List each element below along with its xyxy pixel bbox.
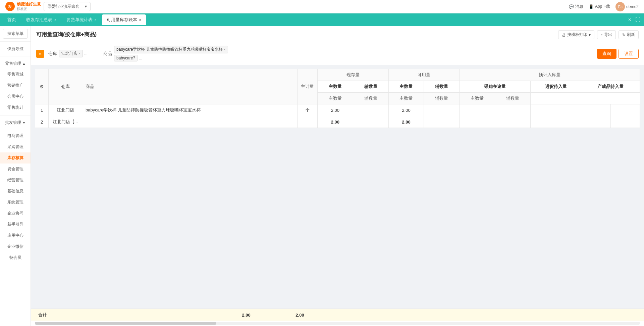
- sidebar-item-enterprise-collab[interactable]: 企业协同: [0, 208, 31, 219]
- sidebar-item-marketing[interactable]: 营销推广: [0, 80, 31, 91]
- tab-receive-summary[interactable]: 收发存汇总表 ×: [21, 14, 61, 25]
- product-filter-tags: babycare学饮杯 儿童防摔防撞吸管杯重力球吸嘴杯宝宝水杯 × babyca…: [114, 46, 241, 61]
- tab-available-close[interactable]: ×: [139, 18, 141, 22]
- top-bar-left: 好 畅捷通好生意 标准版 母婴行业演示账套 ▾: [5, 2, 91, 11]
- tab-order-stats[interactable]: 要货单统计表 ×: [62, 14, 101, 25]
- th-gear: ⚙: [35, 69, 49, 104]
- app-center-label: 应用中心: [7, 233, 23, 238]
- basic-info-label: 基础信息: [7, 188, 23, 194]
- row2-prod-aux: [610, 116, 640, 128]
- retail-section: 零售管理 ▲ 零售商城 营销推广 会员中心 零售统计: [0, 56, 31, 115]
- sidebar-item-member-vip[interactable]: 畅会员: [0, 252, 31, 263]
- th-stock-group: 现存量: [318, 69, 389, 81]
- sidebar-item-wholesale[interactable]: 批发管理 ▼: [0, 118, 31, 128]
- sidebar-item-finance[interactable]: 资金管理: [0, 164, 31, 175]
- username-label: demo2: [626, 4, 639, 9]
- industry-selector[interactable]: 母婴行业演示账套 ▾: [44, 2, 91, 11]
- product-tag-text: babycare学饮杯 儿童防摔防撞吸管杯重力球吸嘴杯宝宝水杯: [116, 47, 223, 52]
- warehouse-filter-group: 仓库 江北门店 × ...: [48, 50, 99, 57]
- total-row: 合计 2.00 2.00: [35, 312, 640, 318]
- horizontal-scrollbar[interactable]: [35, 322, 640, 325]
- sidebar-item-guide[interactable]: 新手引导: [0, 219, 31, 230]
- member-vip-label: 畅会员: [9, 255, 21, 261]
- sidebar-item-inventory[interactable]: 库存核算: [0, 152, 31, 164]
- logo-icon: 好: [5, 2, 15, 11]
- product-tag2-text: babycare?: [116, 56, 135, 60]
- tab-fullscreen[interactable]: ⛶: [635, 16, 641, 24]
- product-tag-babycare2[interactable]: babycare?: [114, 55, 138, 61]
- download-action[interactable]: 📱 App下载: [589, 4, 610, 9]
- message-icon: 💬: [569, 4, 574, 9]
- table-row: 2 江北门店【... 2.00 2.00: [35, 116, 640, 128]
- wholesale-section: 批发管理 ▼: [0, 115, 31, 130]
- warehouse-tag-close[interactable]: ×: [78, 52, 80, 55]
- industry-selector-value: 母婴行业演示账套: [47, 4, 79, 9]
- th-purchase-transit-aux: 辅数量: [353, 93, 388, 104]
- sidebar-item-system[interactable]: 系统管理: [0, 197, 31, 208]
- print-button[interactable]: 🖨 按模板打印 ▾: [558, 30, 594, 39]
- row1-available-aux: [424, 104, 460, 116]
- tab-close-all[interactable]: ×: [628, 16, 632, 24]
- sidebar-item-retail-stats[interactable]: 零售统计: [0, 102, 31, 113]
- sidebar-item-purchase[interactable]: 采购管理: [0, 141, 31, 152]
- retail-mall-label: 零售商城: [7, 72, 23, 77]
- enterprise-collab-label: 企业协同: [7, 211, 23, 216]
- refresh-button[interactable]: ↻ 刷新: [619, 30, 639, 39]
- warehouse-tag-jiangbei[interactable]: 江北门店 ×: [59, 50, 83, 57]
- chevron-down-icon-print: ▾: [589, 33, 591, 37]
- product-more[interactable]: ...: [139, 56, 142, 60]
- sidebar-item-app-center[interactable]: 应用中心: [0, 230, 31, 241]
- content-area: 可用量查询(按仓库+商品) 🖨 按模板打印 ▾ ↑ 导出 ↻ 刷新: [31, 26, 644, 326]
- member-label: 会员中心: [7, 94, 23, 99]
- sidebar-item-operations[interactable]: 经营管理: [0, 175, 31, 186]
- sidebar-item-enterprise-wechat[interactable]: 企业微信: [0, 241, 31, 252]
- row1-in-aux: [556, 104, 581, 116]
- th-purchase-transit-main: 主数量: [318, 93, 353, 104]
- sidebar-item-basic-info[interactable]: 基础信息: [0, 186, 31, 197]
- product-tag-babycare[interactable]: babycare学饮杯 儿童防摔防撞吸管杯重力球吸嘴杯宝宝水杯 ×: [114, 46, 228, 53]
- row1-product: babycare学饮杯 儿童防摔防撞吸管杯重力球吸嘴杯宝宝水杯: [82, 104, 298, 116]
- tab-order-label: 要货单统计表: [66, 17, 93, 23]
- page-title-row: 可用量查询(按仓库+商品) 🖨 按模板打印 ▾ ↑ 导出 ↻ 刷新: [36, 30, 639, 39]
- tab-receive-label: 收发存汇总表: [26, 17, 52, 23]
- refresh-label: 刷新: [627, 32, 635, 38]
- sidebar-item-ecommerce[interactable]: 电商管理: [0, 130, 31, 141]
- sidebar-item-member[interactable]: 会员中心: [0, 91, 31, 102]
- scroll-thumb[interactable]: [35, 322, 216, 325]
- th-incoming-aux: 辅数量: [424, 93, 460, 104]
- row2-stock-main: 2.00: [318, 116, 353, 128]
- table-footer: 合计 2.00 2.00: [31, 309, 644, 321]
- row1-prod-main: [581, 104, 610, 116]
- settings-button[interactable]: 设置: [619, 49, 639, 59]
- row2-in-main: [530, 116, 556, 128]
- total-available-main: 2.00: [286, 313, 313, 318]
- print-label: 按模板打印: [567, 32, 587, 38]
- tab-receive-close[interactable]: ×: [54, 18, 56, 22]
- total-label: 合计: [35, 312, 89, 318]
- message-action[interactable]: 💬 消息: [569, 4, 583, 9]
- product-tag-close[interactable]: ×: [224, 48, 226, 51]
- row1-available-main: 2.00: [388, 104, 424, 116]
- warehouse-more[interactable]: ...: [84, 51, 88, 56]
- operations-label: 经营管理: [7, 177, 23, 183]
- tab-order-close[interactable]: ×: [95, 18, 97, 22]
- logo-text: 畅捷通好生意: [17, 2, 41, 6]
- th-incoming-group: 预计入库量: [460, 69, 640, 81]
- sidebar-item-retail-manage[interactable]: 零售管理 ▲: [0, 58, 31, 69]
- sidebar-search-area: 搜索菜单: [0, 26, 31, 42]
- query-button[interactable]: 查询: [597, 49, 616, 59]
- row2-stock-aux: [353, 116, 388, 128]
- export-button[interactable]: ↑ 导出: [597, 30, 616, 39]
- filter-expand-button[interactable]: »: [36, 50, 44, 58]
- search-menu-button[interactable]: 搜索菜单: [3, 29, 28, 39]
- th-produced-pending: 产成品待入量: [581, 81, 640, 93]
- sidebar-item-quick-nav[interactable]: 快捷导航: [0, 44, 31, 54]
- th-unit: 主计量: [298, 69, 318, 104]
- user-action[interactable]: Ea demo2: [615, 2, 639, 11]
- sidebar-item-retail-mall[interactable]: 零售商城: [0, 69, 31, 80]
- tab-available-stock[interactable]: 可用量库存账本 ×: [102, 14, 146, 25]
- tab-home[interactable]: 首页: [3, 14, 21, 25]
- total-stock-main: 2.00: [233, 313, 260, 318]
- th-stock-main: 主数量: [318, 81, 353, 93]
- export-icon: ↑: [601, 33, 603, 37]
